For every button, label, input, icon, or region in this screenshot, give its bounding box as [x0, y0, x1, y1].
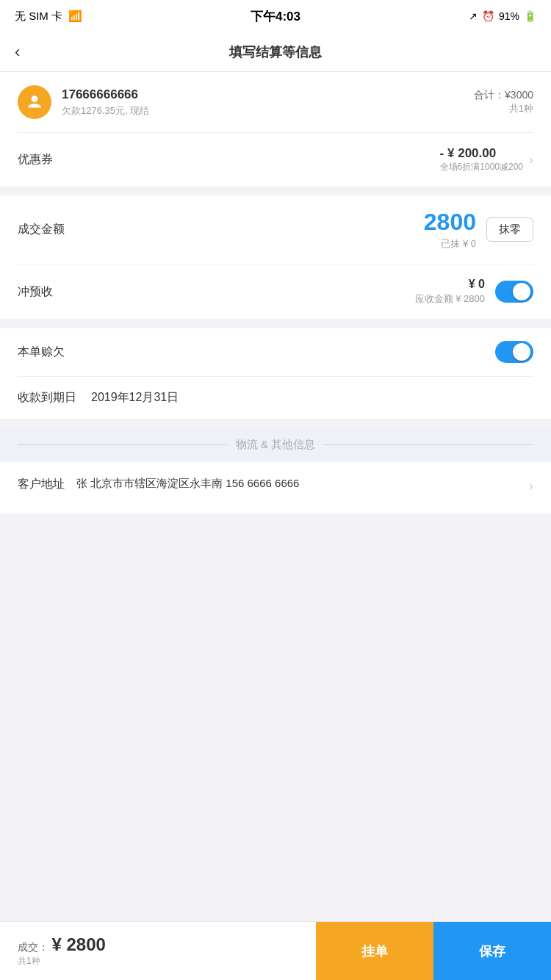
customer-info: 17666666666 欠款1276.35元, 现结: [62, 87, 149, 118]
address-row[interactable]: 客户地址 张 北京市市辖区海淀区永丰南 156 6666 6666 ›: [0, 462, 551, 514]
transaction-section: 成交金额 2800 已抹 ¥ 0 抹零 冲预收 ¥ 0 应收金额 ¥ 2800: [0, 195, 551, 319]
debt-section: 本单赊欠 收款到期日 2019年12月31日: [0, 328, 551, 419]
status-left: 无 SIM 卡 📶: [15, 10, 82, 24]
address-value: 张 北京市市辖区海淀区永丰南 156 6666 6666: [76, 475, 523, 492]
status-right: ↗ ⏰ 91% 🔋: [469, 10, 536, 22]
debt-toggle[interactable]: [495, 341, 533, 363]
logistics-line-right: [324, 444, 533, 445]
location-icon: ↗: [469, 10, 478, 22]
bottom-count: 共1种: [18, 955, 298, 968]
logistics-line-left: [18, 444, 227, 445]
prepaid-row: 冲预收 ¥ 0 应收金额 ¥ 2800: [0, 264, 551, 319]
battery-icon: 🔋: [524, 10, 536, 22]
debt-toggle-knob: [513, 343, 530, 361]
battery-label: 91%: [499, 10, 519, 22]
debt-row: 本单赊欠: [0, 328, 551, 376]
prepaid-amount: ¥ 0: [415, 278, 485, 291]
total-amount: ¥3000: [505, 89, 533, 101]
round-button[interactable]: 抹零: [486, 217, 533, 242]
transaction-right: 2800 已抹 ¥ 0: [424, 209, 476, 251]
carrier-label: 无 SIM 卡: [15, 10, 62, 24]
coupon-info: - ¥ 200.00 全场6折满1000减200: [440, 146, 523, 173]
coupon-amount: - ¥ 200.00: [440, 146, 523, 161]
coupon-right: - ¥ 200.00 全场6折满1000减200 ›: [440, 146, 533, 173]
prepaid-label: 冲预收: [18, 284, 53, 300]
bottom-deal-label: 成交：: [18, 941, 48, 953]
due-date-row: 收款到期日 2019年12月31日: [0, 377, 551, 419]
transaction-amount: 2800: [424, 209, 476, 236]
page-title: 填写结算等信息: [229, 43, 322, 61]
bottom-info: 成交： ¥ 2800 共1种: [0, 922, 316, 980]
transaction-row: 成交金额 2800 已抹 ¥ 0 抹零: [0, 195, 551, 264]
bottom-deal-amount: ¥ 2800: [51, 934, 105, 954]
chevron-icon: ›: [529, 152, 533, 167]
logistics-divider: 物流 & 其他信息: [0, 428, 551, 462]
nav-bar: ‹ 填写结算等信息: [0, 32, 551, 72]
address-label: 客户地址: [18, 477, 65, 492]
hang-order-button[interactable]: 挂单: [316, 922, 433, 980]
coupon-label: 优惠券: [18, 152, 53, 167]
content: 17666666666 欠款1276.35元, 现结 合计：¥3000 共1种 …: [0, 72, 551, 706]
transaction-sub: 已抹 ¥ 0: [424, 237, 476, 251]
coupon-desc: 全场6折满1000减200: [440, 161, 523, 173]
status-time: 下午4:03: [251, 8, 300, 25]
coupon-row[interactable]: 优惠券 - ¥ 200.00 全场6折满1000减200 ›: [0, 133, 551, 187]
avatar: [18, 85, 51, 119]
wifi-icon: 📶: [68, 10, 82, 23]
customer-row: 17666666666 欠款1276.35元, 现结 合计：¥3000 共1种: [0, 72, 551, 132]
prepaid-toggle[interactable]: [495, 281, 533, 303]
bottom-bar: 成交： ¥ 2800 共1种 挂单 保存: [0, 921, 551, 980]
prepaid-amounts: ¥ 0 应收金额 ¥ 2800: [415, 278, 485, 306]
customer-phone: 17666666666: [62, 87, 149, 102]
total-label: 合计：¥3000: [474, 89, 533, 102]
customer-debt: 欠款1276.35元, 现结: [62, 104, 149, 118]
due-date-value: 2019年12月31日: [91, 390, 179, 406]
debt-label: 本单赊欠: [18, 345, 65, 360]
customer-right: 合计：¥3000 共1种: [474, 89, 533, 115]
address-chevron-icon: ›: [529, 478, 533, 494]
alarm-icon: ⏰: [482, 10, 494, 22]
total-count: 共1种: [474, 102, 533, 115]
prepaid-right: ¥ 0 应收金额 ¥ 2800: [415, 278, 533, 306]
bottom-deal-line: 成交： ¥ 2800: [18, 934, 298, 955]
back-button[interactable]: ‹: [15, 43, 20, 62]
transaction-label: 成交金额: [18, 222, 65, 237]
address-section: 客户地址 张 北京市市辖区海淀区永丰南 156 6666 6666 ›: [0, 462, 551, 514]
toggle-knob: [513, 283, 530, 300]
due-date-label: 收款到期日: [18, 390, 76, 406]
gray-fill: [0, 522, 551, 640]
save-button[interactable]: 保存: [433, 922, 551, 980]
customer-card: 17666666666 欠款1276.35元, 现结 合计：¥3000 共1种 …: [0, 72, 551, 187]
prepaid-sub: 应收金额 ¥ 2800: [415, 292, 485, 306]
transaction-value-wrap: 2800 已抹 ¥ 0 抹零: [424, 209, 533, 251]
customer-left: 17666666666 欠款1276.35元, 现结: [18, 85, 149, 119]
status-bar: 无 SIM 卡 📶 下午4:03 ↗ ⏰ 91% 🔋: [0, 0, 551, 32]
svg-point-0: [32, 96, 38, 102]
logistics-label: 物流 & 其他信息: [236, 438, 315, 452]
